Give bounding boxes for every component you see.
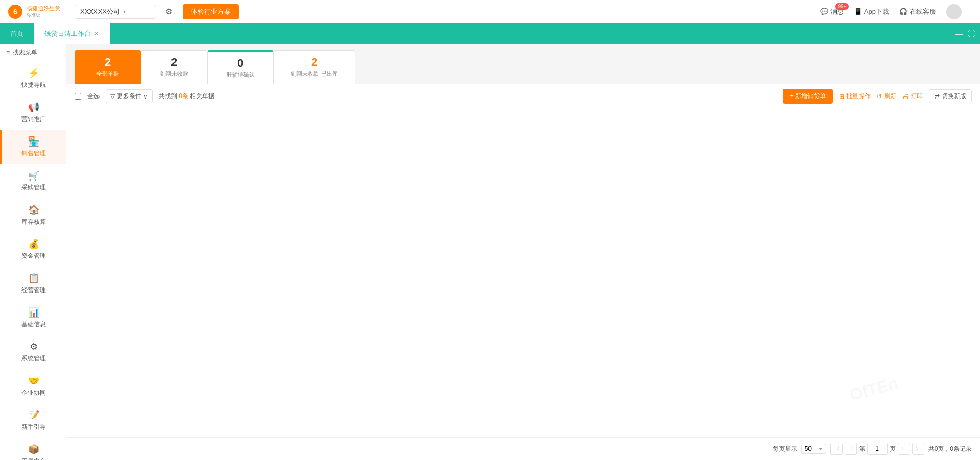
new-sale-btn[interactable]: + 新增销货单 [783, 89, 833, 104]
tab-maximize-icon[interactable]: ⛶ [968, 30, 975, 38]
system-icon: ⚙ [30, 341, 38, 352]
app-badge: 标准版 [27, 12, 60, 18]
sidebar-item-inventory-label: 库存核算 [21, 217, 46, 226]
filter-icon: ▽ [110, 93, 115, 100]
sidebar-item-marketing[interactable]: 📢 营销推广 [0, 95, 66, 130]
user-avatar[interactable] [946, 4, 962, 19]
sidebar-item-sales-label: 销售管理 [21, 149, 46, 158]
sidebar-item-quick-nav[interactable]: ⚡ 快捷导航 [0, 61, 66, 95]
stat-num-overdue-shipped: 2 [286, 56, 342, 69]
sidebar-item-quick-nav-label: 快捷导航 [21, 81, 46, 89]
search-menu-label: 搜索菜单 [13, 48, 37, 57]
purchase-icon: 🛒 [28, 170, 39, 181]
found-count: 0条 [179, 92, 188, 100]
search-menu-btn[interactable]: ≡ 搜索菜单 [0, 44, 66, 61]
company-selector[interactable]: XXXXXX公司 ▾ [75, 5, 156, 19]
switch-btn[interactable]: ⇄ 切换新版 [929, 89, 972, 103]
sidebar-item-marketing-label: 营销推广 [21, 115, 46, 124]
search-icon: ≡ [6, 49, 10, 56]
page-label-pre: 第 [859, 445, 865, 453]
page-input[interactable] [867, 443, 888, 455]
prev-page-btn[interactable]: 〈 [845, 443, 857, 455]
first-page-btn[interactable]: 《 [830, 443, 843, 455]
tab-minimize-icon[interactable]: — [955, 30, 963, 38]
content-area: 2 全部单据 2 到期未收款 0 旺辅待确认 2 到期未收款 已出库 全选 ▽ … [66, 44, 980, 460]
print-icon: 🖨 [902, 93, 909, 100]
sidebar-item-finance[interactable]: 💰 资金管理 [0, 232, 66, 267]
pagination: 每页显示 50 10 20 100 《 〈 第 页 〉 》 共0页，0条记录 [66, 437, 980, 460]
filter-btn[interactable]: ▽ 更多条件 ∨ [106, 89, 153, 103]
sidebar-item-app-center-label: 应用中心 [21, 457, 46, 460]
filter-chevron-icon: ∨ [143, 93, 148, 100]
message-badge: 99+ [835, 3, 848, 10]
stat-num-pending: 0 [220, 57, 261, 70]
experience-btn[interactable]: 体验行业方案 [183, 4, 239, 19]
sidebar-item-inventory[interactable]: 🏠 库存核算 [0, 198, 66, 232]
tab-bar: 首页 钱货日清工作台 ✕ — ⛶ [0, 23, 980, 44]
header-right: 💬 消息 99+ 📱 App下载 🎧 在线客服 [820, 4, 972, 19]
stat-label-pending: 旺辅待确认 [220, 71, 261, 79]
refresh-icon: ↺ [877, 93, 882, 100]
marketing-icon: 📢 [28, 102, 39, 113]
finance-icon: 💰 [28, 238, 39, 250]
logo-area: 6 畅捷通好生意 标准版 [8, 5, 75, 19]
stat-tabs-wrapper: 2 全部单据 2 到期未收款 0 旺辅待确认 2 到期未收款 已出库 [66, 44, 980, 84]
tab-workbench-label: 钱货日清工作台 [44, 29, 91, 38]
company-name: XXXXXX公司 [80, 7, 120, 16]
sidebar-item-finance-label: 资金管理 [21, 252, 46, 260]
chevron-down-icon: ▾ [123, 9, 126, 14]
stat-tab-overdue[interactable]: 2 到期未收款 [141, 50, 207, 84]
message-icon: 💬 [820, 8, 828, 15]
inventory-icon: 🏠 [28, 204, 39, 215]
print-btn[interactable]: 🖨 打印 [902, 92, 923, 101]
sidebar-item-cooperation-label: 企业协同 [21, 389, 46, 397]
content-main [66, 109, 980, 437]
sidebar-item-system[interactable]: ⚙ 系统管理 [0, 335, 66, 369]
toolbar: 全选 ▽ 更多条件 ∨ 共找到 0条 相关单据 相关单据 + 新增销货单 ⊞ 批… [66, 84, 980, 109]
found-text: 共找到 0条 相关单据 [159, 92, 214, 101]
last-page-btn[interactable]: 》 [912, 443, 924, 455]
next-page-btn[interactable]: 〉 [898, 443, 910, 455]
sidebar-item-purchase[interactable]: 🛒 采购管理 [0, 164, 66, 198]
logo-text-area: 畅捷通好生意 标准版 [27, 5, 60, 18]
select-all-checkbox[interactable] [75, 93, 81, 100]
cooperation-icon: 🤝 [28, 375, 39, 386]
tab-workbench[interactable]: 钱货日清工作台 ✕ [34, 23, 110, 44]
app-download-btn[interactable]: 📱 App下载 [854, 7, 889, 16]
tab-bar-actions: — ⛶ [950, 23, 980, 44]
stat-tab-overdue-shipped[interactable]: 2 到期未收款 已出库 [274, 50, 355, 84]
message-btn[interactable]: 💬 消息 99+ [820, 7, 844, 16]
select-all-label: 全选 [87, 92, 100, 101]
sidebar-item-cooperation[interactable]: 🤝 企业协同 [0, 369, 66, 403]
sidebar-item-operation[interactable]: 📋 经营管理 [0, 267, 66, 301]
settings-button[interactable]: ⚙ [161, 4, 177, 19]
sidebar-item-sales[interactable]: 🏪 销售管理 [0, 130, 66, 164]
stat-label-overdue: 到期未收款 [154, 70, 194, 78]
stat-num-overdue: 2 [154, 56, 194, 69]
sidebar-item-system-label: 系统管理 [21, 354, 46, 363]
top-header: 6 畅捷通好生意 标准版 XXXXXX公司 ▾ ⚙ 体验行业方案 💬 消息 99… [0, 0, 980, 23]
app-center-icon: 📦 [28, 444, 39, 455]
stat-label-overdue-shipped: 到期未收款 已出库 [286, 70, 342, 78]
stat-tab-all[interactable]: 2 全部单据 [75, 50, 141, 84]
sidebar-item-operation-label: 经营管理 [21, 286, 46, 295]
per-page-select[interactable]: 50 10 20 100 [801, 444, 826, 454]
app-name: 畅捷通好生意 [27, 5, 60, 12]
app-logo-icon: 6 [8, 5, 22, 19]
refresh-btn[interactable]: ↺ 刷新 [877, 92, 896, 101]
sidebar-item-app-center[interactable]: 📦 应用中心 [0, 438, 66, 460]
batch-btn[interactable]: ⊞ 批量操作 [839, 92, 871, 101]
tab-close-icon[interactable]: ✕ [94, 30, 99, 37]
sales-icon: 🏪 [28, 136, 39, 147]
sidebar-item-basic-info[interactable]: 📊 基础信息 [0, 301, 66, 335]
page-nav: 《 〈 第 页 〉 》 [830, 443, 924, 455]
page-label-suf: 页 [890, 445, 896, 453]
sidebar-item-purchase-label: 采购管理 [21, 183, 46, 192]
tab-home-label: 首页 [10, 29, 23, 38]
basic-info-icon: 📊 [28, 307, 39, 318]
sidebar-item-beginner[interactable]: 📝 新手引导 [0, 403, 66, 438]
sidebar-item-beginner-label: 新手引导 [21, 423, 46, 431]
online-service-btn[interactable]: 🎧 在线客服 [899, 7, 936, 16]
stat-tab-pending[interactable]: 0 旺辅待确认 [207, 50, 274, 84]
tab-home[interactable]: 首页 [0, 23, 34, 44]
